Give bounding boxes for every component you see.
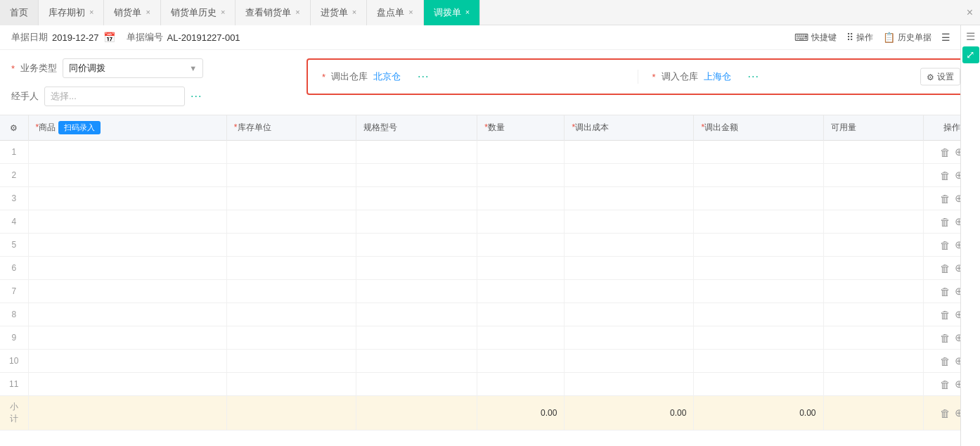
delete-icon[interactable]: 🗑	[940, 216, 950, 228]
row-unit[interactable]	[226, 234, 356, 257]
delete-icon[interactable]: 🗑	[940, 355, 950, 367]
row-cost[interactable]	[565, 280, 694, 303]
row-product[interactable]	[28, 326, 226, 350]
row-product[interactable]	[28, 373, 226, 396]
delete-icon[interactable]: 🗑	[940, 332, 950, 344]
row-amount[interactable]	[694, 303, 823, 326]
row-product[interactable]	[28, 187, 226, 210]
row-spec[interactable]	[356, 303, 477, 326]
row-qty[interactable]	[477, 350, 565, 373]
row-unit[interactable]	[226, 141, 356, 164]
row-qty[interactable]	[477, 280, 565, 303]
calendar-icon[interactable]: 📅	[103, 32, 115, 43]
row-qty[interactable]	[477, 373, 565, 396]
row-product[interactable]	[28, 350, 226, 373]
row-amount[interactable]	[694, 164, 823, 187]
tab-home[interactable]: 首页	[0, 0, 39, 25]
tab-inventory-check-close[interactable]: ×	[408, 8, 413, 16]
layout-list-button[interactable]: ☰	[941, 32, 950, 43]
row-spec[interactable]	[356, 350, 477, 373]
row-product[interactable]	[28, 234, 226, 257]
handler-more-button[interactable]: ···	[191, 90, 202, 103]
delete-icon[interactable]: 🗑	[940, 378, 950, 390]
row-product[interactable]	[28, 303, 226, 326]
delete-icon[interactable]: 🗑	[940, 239, 950, 251]
tab-sales-order[interactable]: 销货单 ×	[104, 0, 160, 25]
row-product[interactable]	[28, 210, 226, 234]
warehouse-out-more-button[interactable]: ···	[418, 70, 429, 83]
row-amount[interactable]	[694, 373, 823, 396]
warehouse-in-more-button[interactable]: ···	[748, 70, 759, 83]
row-available[interactable]	[823, 303, 923, 326]
row-qty[interactable]	[477, 303, 565, 326]
row-cost[interactable]	[565, 210, 694, 234]
handler-select[interactable]: 选择...	[44, 87, 185, 106]
tab-sales-history-close[interactable]: ×	[221, 8, 225, 16]
tab-inventory-init-close[interactable]: ×	[89, 8, 94, 16]
business-type-select[interactable]: 同价调拨 ▼	[63, 58, 203, 78]
row-qty[interactable]	[477, 257, 565, 280]
row-amount[interactable]	[694, 210, 823, 234]
row-available[interactable]	[823, 326, 923, 350]
close-all-button[interactable]: ×	[960, 0, 980, 25]
row-available[interactable]	[823, 210, 923, 234]
row-available[interactable]	[823, 350, 923, 373]
row-qty[interactable]	[477, 210, 565, 234]
subtotal-delete-icon[interactable]: 🗑	[940, 407, 950, 419]
row-unit[interactable]	[226, 373, 356, 396]
history-button[interactable]: 📋 历史单据	[883, 32, 931, 44]
row-cost[interactable]	[565, 326, 694, 350]
tab-purchase-order-close[interactable]: ×	[352, 8, 356, 16]
row-unit[interactable]	[226, 350, 356, 373]
operation-button[interactable]: ⠿ 操作	[846, 32, 873, 44]
row-cost[interactable]	[565, 164, 694, 187]
row-product[interactable]	[28, 257, 226, 280]
row-spec[interactable]	[356, 280, 477, 303]
row-unit[interactable]	[226, 303, 356, 326]
row-qty[interactable]	[477, 326, 565, 350]
row-unit[interactable]	[226, 210, 356, 234]
tab-transfer-order[interactable]: 调拨单 ×	[424, 0, 480, 25]
right-panel-expand-icon[interactable]: ⤢	[962, 46, 979, 63]
row-available[interactable]	[823, 373, 923, 396]
row-cost[interactable]	[565, 234, 694, 257]
row-unit[interactable]	[226, 280, 356, 303]
row-cost[interactable]	[565, 187, 694, 210]
tab-sales-history[interactable]: 销货单历史 ×	[161, 0, 236, 25]
delete-icon[interactable]: 🗑	[940, 309, 950, 321]
row-qty[interactable]	[477, 164, 565, 187]
row-qty[interactable]	[477, 141, 565, 164]
row-qty[interactable]	[477, 234, 565, 257]
row-available[interactable]	[823, 164, 923, 187]
delete-icon[interactable]: 🗑	[940, 262, 950, 274]
row-spec[interactable]	[356, 326, 477, 350]
row-cost[interactable]	[565, 373, 694, 396]
row-unit[interactable]	[226, 187, 356, 210]
row-product[interactable]	[28, 141, 226, 164]
delete-icon[interactable]: 🗑	[940, 193, 950, 205]
tab-purchase-order[interactable]: 进货单 ×	[311, 0, 367, 25]
row-available[interactable]	[823, 234, 923, 257]
col-gear[interactable]: ⚙	[0, 115, 28, 141]
tab-inventory-check[interactable]: 盘点单 ×	[367, 0, 423, 25]
tab-view-sales-close[interactable]: ×	[295, 8, 299, 16]
settings-button[interactable]: ⚙ 设置	[920, 68, 960, 86]
row-available[interactable]	[823, 141, 923, 164]
tab-view-sales[interactable]: 查看销货单 ×	[236, 0, 310, 25]
row-amount[interactable]	[694, 257, 823, 280]
row-amount[interactable]	[694, 187, 823, 210]
row-amount[interactable]	[694, 350, 823, 373]
delete-icon[interactable]: 🗑	[940, 146, 950, 158]
delete-icon[interactable]: 🗑	[940, 286, 950, 298]
row-spec[interactable]	[356, 141, 477, 164]
row-unit[interactable]	[226, 257, 356, 280]
row-available[interactable]	[823, 257, 923, 280]
row-cost[interactable]	[565, 141, 694, 164]
row-available[interactable]	[823, 280, 923, 303]
gear-header-icon[interactable]: ⚙	[10, 123, 18, 133]
right-panel-list-icon[interactable]: ☰	[962, 28, 979, 45]
row-cost[interactable]	[565, 350, 694, 373]
row-amount[interactable]	[694, 280, 823, 303]
row-cost[interactable]	[565, 303, 694, 326]
shortcut-button[interactable]: ⌨ 快捷键	[794, 32, 837, 44]
